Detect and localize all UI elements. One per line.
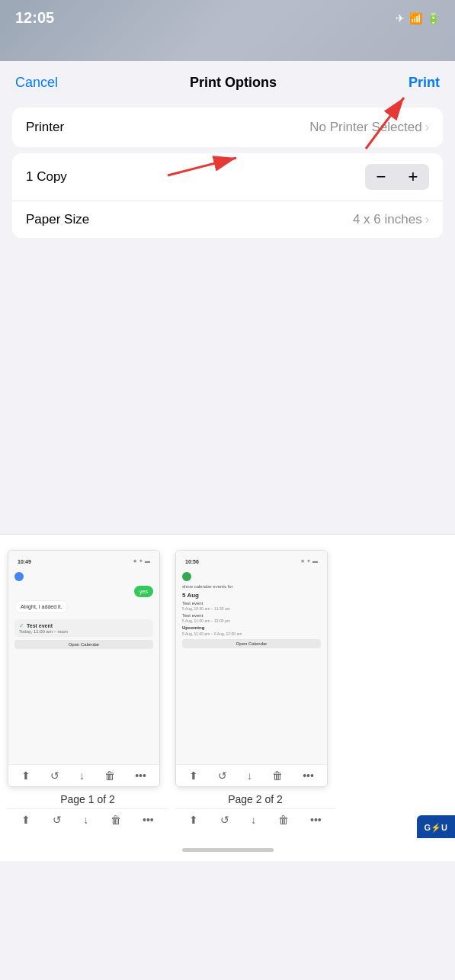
print-header: Cancel Print Options Print: [0, 61, 455, 101]
airplane-icon: ✈: [396, 12, 405, 24]
battery-icon: 🔋: [427, 12, 440, 24]
page1-bottom-toolbar: ⬆ ↺ ↓ 🗑 •••: [8, 808, 168, 831]
page1-content: 10:49 ★ ✦ ▬ yes Alright, I added it. ✓: [8, 551, 159, 764]
page2-header-text: show calendar events for: [182, 584, 321, 589]
paper-size-row[interactable]: Paper Size 4 x 6 inches ›: [12, 201, 443, 238]
page2-trash-icon: 🗑: [272, 770, 283, 782]
print-button[interactable]: Print: [409, 75, 440, 91]
page1-container: 10:49 ★ ✦ ▬ yes Alright, I added it. ✓: [8, 550, 168, 831]
page1-event-time: Today, 11:00 am – noon: [19, 629, 149, 634]
page2-event1-time: 5 Aug, 10:30 am – 11:30 am: [182, 606, 321, 611]
p2-share-icon: ⬆: [189, 814, 198, 826]
sheet-title: Print Options: [190, 75, 277, 91]
watermark-text: G⚡U: [425, 823, 448, 832]
page1-avatar: [14, 572, 24, 581]
page1-chat-response: Alright, I added it.: [14, 600, 68, 613]
page2-event2-name: Test event: [182, 613, 321, 618]
page2-more-icon: •••: [303, 770, 314, 782]
decrement-button[interactable]: −: [365, 164, 397, 190]
download-icon: ↓: [79, 770, 85, 782]
page2-date: 5 Aug: [182, 592, 321, 599]
copy-row: 1 Copy − +: [12, 153, 443, 201]
page1-more-icon: •••: [143, 814, 154, 826]
page2-download-icon: ↓: [247, 770, 252, 782]
share-icon: ⬆: [21, 770, 30, 782]
chevron-right-paper-icon: ›: [425, 213, 429, 227]
page2-upcoming-time: 5 Aug, 11:00 pm – 6 Aug, 12:00 am: [182, 631, 321, 636]
printer-value: No Printer Selected ›: [309, 120, 429, 135]
page1-trash-icon: 🗑: [111, 814, 121, 826]
page2-avatar: [182, 572, 191, 581]
page2-calendar-btn: Open Calendar: [182, 639, 321, 648]
home-bar: [182, 848, 274, 852]
more-icon: •••: [135, 770, 146, 782]
preview-area: 10:49 ★ ✦ ▬ yes Alright, I added it. ✓: [0, 534, 455, 838]
page2-content: 10:56 ★ ✦ ▬ show calendar events for 5 A…: [176, 551, 327, 764]
paper-size-value: 4 x 6 inches ›: [353, 212, 429, 227]
p2-download-icon: ↓: [251, 814, 256, 826]
page1-share-icon: ⬆: [21, 814, 30, 826]
page1-header: 10:49 ★ ✦ ▬: [14, 557, 153, 566]
page1-event-name: Test event: [27, 623, 53, 628]
status-icons: ✈ 📶 🔋: [396, 12, 440, 24]
page1-rotate-icon: ↺: [53, 814, 62, 826]
page2-event2-time: 5 Aug, 11:00 am – 12:00 pm: [182, 619, 321, 623]
page1-download-icon: ↓: [83, 814, 88, 826]
copy-label: 1 Copy: [26, 169, 67, 185]
printer-row[interactable]: Printer No Printer Selected ›: [12, 108, 443, 147]
chevron-right-icon: ›: [425, 120, 429, 134]
page2-event1-name: Test event: [182, 601, 321, 606]
page2-bottom-toolbar: ⬆ ↺ ↓ 🗑 •••: [175, 808, 335, 831]
page2-container: 10:56 ★ ✦ ▬ show calendar events for 5 A…: [175, 550, 335, 831]
page1-time: 10:49: [18, 559, 31, 564]
page1-status-icons: ★ ✦ ▬: [133, 558, 150, 564]
copy-stepper: − +: [365, 164, 429, 190]
copy-paper-card: 1 Copy − + Paper Size 4 x 6 inches ›: [12, 153, 443, 238]
status-time: 12:05: [15, 9, 54, 27]
rotate-icon: ↺: [50, 770, 59, 782]
increment-button[interactable]: +: [397, 164, 429, 190]
p2-more-icon: •••: [310, 814, 322, 826]
printer-card: Printer No Printer Selected ›: [12, 108, 443, 147]
page2-share-icon: ⬆: [189, 770, 198, 782]
cancel-button[interactable]: Cancel: [15, 75, 58, 91]
p2-trash-icon: 🗑: [278, 814, 289, 826]
empty-content-area: [0, 244, 455, 534]
page2-rotate-icon: ↺: [218, 770, 227, 782]
wifi-icon: 📶: [409, 12, 422, 24]
page2-header: 10:56 ★ ✦ ▬: [182, 557, 321, 566]
page2-time: 10:56: [185, 559, 199, 564]
print-options-sheet: Cancel Print Options Print Printer No Pr…: [0, 61, 455, 861]
paper-size-text: 4 x 6 inches: [353, 212, 422, 227]
page1-calendar-btn: Open Calendar: [14, 640, 153, 649]
page2-upcoming-label: Upcoming: [182, 625, 321, 630]
watermark: G⚡U: [417, 815, 456, 838]
printer-label: Printer: [26, 120, 64, 135]
page1-label: Page 1 of 2: [8, 787, 168, 808]
status-bar: 12:05 ✈ 📶 🔋: [0, 0, 455, 61]
trash-icon: 🗑: [104, 770, 115, 782]
home-indicator: [0, 838, 455, 861]
page1-preview: 10:49 ★ ✦ ▬ yes Alright, I added it. ✓: [8, 550, 160, 787]
page2-label: Page 2 of 2: [175, 787, 335, 808]
checkmark-icon: ✓: [19, 622, 24, 629]
paper-size-label: Paper Size: [26, 212, 89, 227]
page1-toolbar: ⬆ ↺ ↓ 🗑 •••: [8, 764, 159, 786]
page1-chat-reply: yes: [134, 586, 153, 597]
no-printer-text: No Printer Selected: [309, 120, 421, 135]
page2-toolbar: ⬆ ↺ ↓ 🗑 •••: [176, 764, 327, 786]
page2-preview: 10:56 ★ ✦ ▬ show calendar events for 5 A…: [175, 550, 328, 787]
page2-status-icons: ★ ✦ ▬: [300, 558, 318, 564]
p2-rotate-icon: ↺: [220, 814, 229, 826]
page1-event: ✓ Test event Today, 11:00 am – noon: [14, 619, 153, 637]
